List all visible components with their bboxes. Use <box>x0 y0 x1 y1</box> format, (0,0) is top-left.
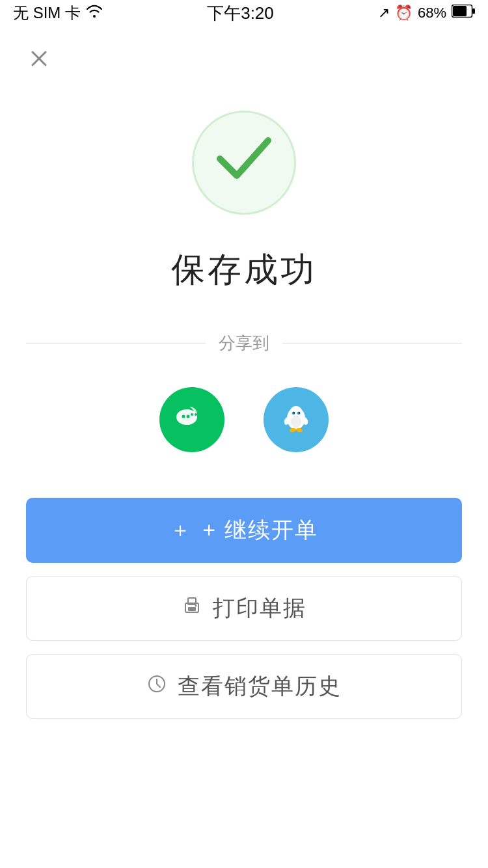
wifi-icon <box>86 4 103 22</box>
svg-point-15 <box>299 412 300 413</box>
svg-rect-1 <box>472 8 475 14</box>
status-left: 无 SIM 卡 <box>13 3 103 23</box>
success-circle <box>192 111 296 215</box>
print-icon <box>182 595 202 621</box>
svg-point-14 <box>293 412 295 413</box>
continue-button[interactable]: ＋ + 继续开单 <box>26 498 462 563</box>
close-button[interactable] <box>20 39 59 78</box>
wechat-share-button[interactable] <box>159 387 224 452</box>
share-icons <box>159 387 329 452</box>
svg-point-6 <box>182 415 185 418</box>
action-buttons: ＋ + 继续开单 打印单据 查看销货单历 <box>26 498 462 719</box>
divider-left <box>26 343 206 344</box>
print-label: 打印单据 <box>213 593 306 623</box>
status-time: 下午3:20 <box>207 2 274 25</box>
status-right: ↗ ⏰ 68% <box>378 5 475 21</box>
svg-point-9 <box>195 413 197 416</box>
divider-right <box>282 343 462 344</box>
print-button[interactable]: 打印单据 <box>26 576 462 641</box>
alarm-icon: ⏰ <box>395 5 413 21</box>
svg-point-16 <box>291 416 301 427</box>
sim-status: 无 SIM 卡 <box>13 3 81 23</box>
history-label: 查看销货单历史 <box>178 671 342 701</box>
main-content: 保存成功 分享到 <box>0 78 488 868</box>
battery-percent: 68% <box>418 5 446 21</box>
clock-icon <box>146 673 167 699</box>
checkmark-icon <box>215 134 273 191</box>
history-button[interactable]: 查看销货单历史 <box>26 654 462 719</box>
battery-icon <box>452 5 475 21</box>
success-title: 保存成功 <box>171 247 317 293</box>
svg-point-24 <box>195 605 197 607</box>
continue-label: + 继续开单 <box>202 515 318 545</box>
share-section: 分享到 <box>26 332 462 355</box>
svg-point-7 <box>187 415 190 418</box>
plus-icon: ＋ <box>170 516 192 545</box>
status-bar: 无 SIM 卡 下午3:20 ↗ ⏰ 68% <box>0 0 488 26</box>
qq-share-button[interactable] <box>264 387 329 452</box>
location-icon: ↗ <box>378 5 390 21</box>
svg-rect-23 <box>188 607 196 611</box>
share-label: 分享到 <box>206 332 282 355</box>
svg-point-8 <box>191 413 193 416</box>
svg-rect-2 <box>453 6 467 16</box>
